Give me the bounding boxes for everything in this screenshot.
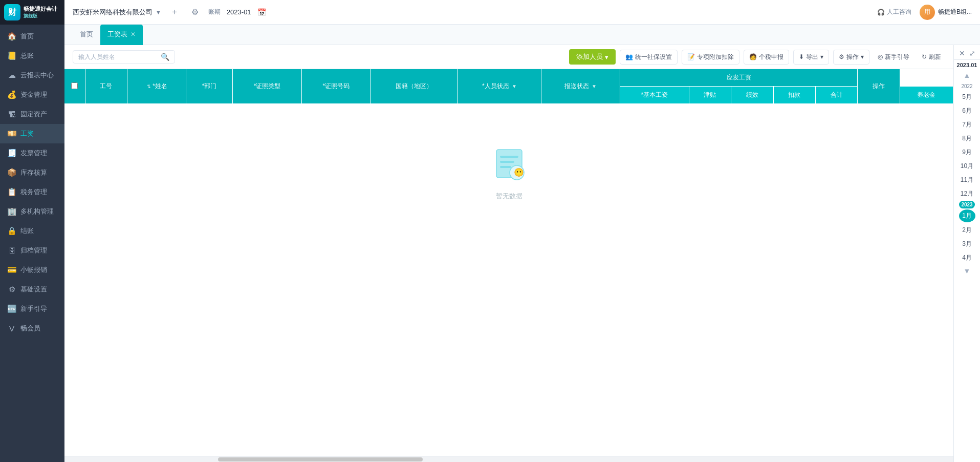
right-panel: ✕ ⤢ 2023.01 ▲ 2022 5月 6月 7月 8月 9月 10月 11… [953, 45, 980, 462]
guide-button[interactable]: ◎ 新手引导 [874, 50, 913, 64]
month-2022-12[interactable]: 12月 [954, 187, 980, 201]
sidebar-item-cloud-report[interactable]: ☁ 云报表中心 [0, 66, 64, 85]
sidebar-item-fixed-asset[interactable]: 🏗 固定资产 [0, 104, 64, 124]
panel-close-icon[interactable]: ✕ [959, 49, 965, 57]
month-2022-5[interactable]: 5月 [954, 90, 980, 104]
month-2022-9[interactable]: 9月 [954, 145, 980, 159]
operations-chevron-icon: ▾ [861, 53, 864, 60]
sidebar-item-close[interactable]: 🔒 结账 [0, 221, 64, 241]
sidebar-item-archive[interactable]: 🗄 归档管理 [0, 241, 64, 260]
sidebar-item-expense[interactable]: 💳 小畅报销 [0, 260, 64, 280]
app-logo: 财 畅捷通好会计 旗舰版 [0, 0, 64, 25]
th-pension: 养老金 [900, 87, 953, 104]
company-selector[interactable]: 西安虾米网络科技有限公司 ▼ [73, 8, 161, 17]
refresh-label: 刷新 [929, 53, 941, 61]
topbar: 西安虾米网络科技有限公司 ▼ ＋ ⚙ 账期 2023-01 📅 🎧 人工咨询 用… [64, 0, 980, 25]
th-id-type: *证照类型 [233, 69, 302, 103]
operations-button[interactable]: ⚙ 操作 ▾ [833, 50, 869, 65]
sidebar-item-home[interactable]: 🏠 首页 [0, 27, 64, 46]
panel-expand-icon[interactable]: ⤢ [969, 49, 975, 57]
personal-tax-button[interactable]: 🧑 个税申报 [744, 50, 789, 65]
panel-controls: ✕ ⤢ [954, 47, 980, 60]
content-wrapper: 🔍 添加人员 ▾ 👥 统一社保设置 📝 专项附加扣除 [64, 45, 980, 462]
current-period-display: 2023.01 [957, 60, 977, 69]
social-security-button[interactable]: 👥 统一社保设置 [620, 50, 678, 65]
toolbar-right: 添加人员 ▾ 👥 统一社保设置 📝 专项附加扣除 🧑 个税申报 [569, 49, 945, 65]
empty-illustration: 😶 [489, 144, 530, 185]
operations-label: 操作 [846, 53, 859, 61]
tab-home[interactable]: 首页 [73, 25, 100, 45]
tab-salary-close-icon[interactable]: ✕ [130, 31, 136, 38]
add-dropdown-icon: ▾ [605, 53, 608, 61]
sidebar-item-ledger-label: 总账 [20, 51, 34, 60]
tab-salary[interactable]: 工资表 ✕ [100, 25, 143, 45]
sidebar-item-multi-org-label: 多机构管理 [20, 207, 54, 216]
month-2022-6[interactable]: 6月 [954, 104, 980, 118]
logo-icon: 财 [4, 4, 20, 20]
add-person-label: 添加人员 [576, 52, 603, 61]
sidebar-item-ledger[interactable]: 📒 总账 [0, 46, 64, 66]
social-security-icon: 👥 [625, 53, 633, 60]
month-2023-3[interactable]: 3月 [954, 237, 980, 251]
report-filter-icon[interactable]: ▼ [592, 83, 597, 89]
export-button[interactable]: ⬇ 导出 ▾ [793, 50, 829, 65]
guide-label: 新手引导 [885, 53, 909, 61]
sidebar-item-fund-label: 资金管理 [20, 90, 47, 99]
month-2022-8[interactable]: 8月 [954, 132, 980, 145]
status-filter-icon[interactable]: ▼ [512, 83, 517, 89]
tabbar: 首页 工资表 ✕ [64, 25, 980, 45]
company-chevron-icon: ▼ [156, 9, 161, 15]
month-2022-10[interactable]: 10月 [954, 159, 980, 173]
th-check[interactable] [64, 69, 85, 103]
month-2023-2[interactable]: 2月 [954, 223, 980, 237]
sidebar-item-guide[interactable]: 🆕 新手引导 [0, 299, 64, 319]
salary-table: 工号 ⇅ *姓名 *部门 *证照类型 *证照号码 国籍（地区） *人员状态 ▼ [64, 69, 953, 103]
sidebar-item-settings-label: 基础设置 [20, 285, 47, 294]
select-all-checkbox[interactable] [71, 82, 78, 89]
main-area: 西安虾米网络科技有限公司 ▼ ＋ ⚙ 账期 2023-01 📅 🎧 人工咨询 用… [64, 0, 980, 462]
sidebar: 财 畅捷通好会计 旗舰版 🏠 首页 📒 总账 ☁ 云报表中心 💰 资金管理 🏗 … [0, 0, 64, 462]
sidebar-nav: 🏠 首页 📒 总账 ☁ 云报表中心 💰 资金管理 🏗 固定资产 💴 工资 🧾 发… [0, 25, 64, 462]
company-name: 西安虾米网络科技有限公司 [73, 8, 153, 17]
month-2022-7[interactable]: 7月 [954, 118, 980, 132]
settings-button[interactable]: ⚙ [188, 5, 202, 19]
special-deduction-button[interactable]: 📝 专项附加扣除 [682, 50, 739, 65]
scroll-down-button[interactable]: ▼ [954, 265, 980, 277]
add-company-button[interactable]: ＋ [167, 5, 182, 19]
period-value: 2023-01 [227, 8, 251, 16]
table-wrap: 工号 ⇅ *姓名 *部门 *证照类型 *证照号码 国籍（地区） *人员状态 ▼ [64, 69, 953, 456]
month-2023-1[interactable]: 1月 [959, 209, 975, 222]
year-2023-badge: 2023 [959, 201, 974, 208]
calendar-icon[interactable]: 📅 [257, 8, 266, 16]
sidebar-item-salary[interactable]: 💴 工资 [0, 124, 64, 143]
sidebar-item-fund[interactable]: 💰 资金管理 [0, 85, 64, 104]
th-status: *人员状态 ▼ [458, 69, 541, 103]
personal-tax-label: 个税申报 [759, 53, 783, 61]
sidebar-item-tax[interactable]: 📋 税务管理 [0, 182, 64, 202]
service-button[interactable]: 🎧 人工咨询 [877, 8, 911, 16]
bottom-scrollbar[interactable] [64, 456, 953, 462]
scroll-up-button[interactable]: ▲ [954, 69, 980, 81]
sidebar-item-settings[interactable]: ⚙ 基础设置 [0, 280, 64, 299]
sidebar-item-member[interactable]: V 畅会员 [0, 319, 64, 338]
home-icon: 🏠 [7, 32, 16, 41]
tax-icon: 📋 [7, 187, 16, 197]
close-books-icon: 🔒 [7, 226, 16, 236]
refresh-button[interactable]: ↻ 刷新 [918, 50, 945, 64]
search-input-wrap[interactable]: 🔍 [73, 50, 175, 64]
month-2023-4[interactable]: 4月 [954, 251, 980, 265]
sidebar-item-inventory[interactable]: 📦 库存核算 [0, 163, 64, 182]
search-input[interactable] [78, 53, 158, 60]
user-info[interactable]: 用 畅捷通B组... [920, 5, 972, 20]
invoice-icon: 🧾 [7, 149, 16, 158]
month-2022-11[interactable]: 11月 [954, 173, 980, 187]
salary-icon: 💴 [7, 129, 16, 138]
add-person-button[interactable]: 添加人员 ▾ [569, 49, 616, 65]
sidebar-item-multi-org[interactable]: 🏢 多机构管理 [0, 202, 64, 221]
th-report-status: 报送状态 ▼ [541, 69, 620, 103]
special-deduction-icon: 📝 [687, 53, 695, 60]
sidebar-item-invoice[interactable]: 🧾 发票管理 [0, 143, 64, 163]
headset-icon: 🎧 [877, 9, 885, 16]
sidebar-item-invoice-label: 发票管理 [20, 149, 47, 158]
th-action: 操作 [858, 69, 900, 103]
